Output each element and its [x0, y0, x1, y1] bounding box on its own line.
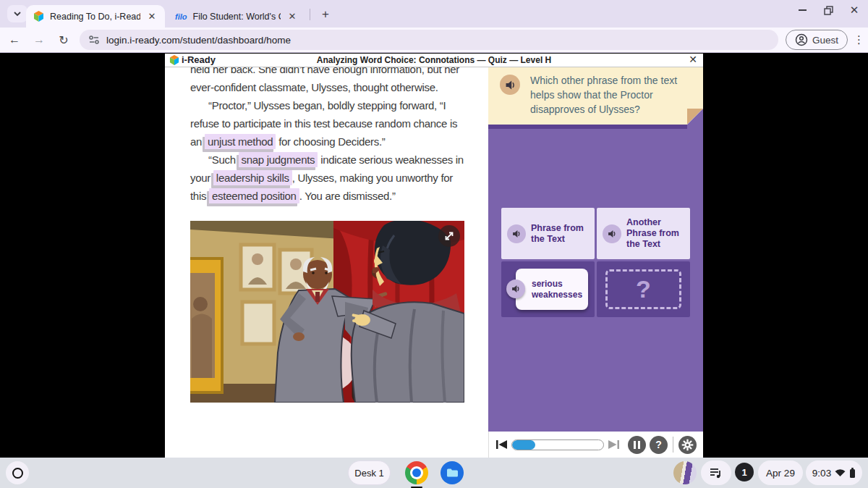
quiz-controls-bar: ? [488, 432, 703, 458]
passage-text: held her back. She didn’t have enough in… [190, 67, 480, 205]
tab-divider [310, 9, 310, 20]
quiz-body: held her back. She didn’t have enough in… [165, 67, 703, 458]
question-speaker-button[interactable] [500, 75, 520, 95]
passage-segment: for choosing Deciders.” [276, 135, 385, 148]
passage-line: an unjust method for choosing Deciders.” [190, 132, 480, 151]
expand-arrows-icon [443, 230, 455, 242]
speaker-icon [504, 79, 516, 91]
column-label: Phrase from the Text [531, 223, 590, 245]
window-controls: ✕ [796, 4, 861, 17]
skip-forward-button[interactable] [608, 439, 620, 450]
chrome-app-icon[interactable] [405, 461, 428, 484]
tab-close-icon[interactable]: ✕ [146, 11, 158, 22]
chevron-down-icon [13, 11, 22, 17]
site-settings-icon [88, 35, 100, 45]
column-header-phrase: Phrase from the Text [501, 208, 595, 259]
media-controls-button[interactable] [701, 460, 731, 485]
address-bar[interactable]: login.i-ready.com/student/dashboard/home [80, 30, 778, 50]
desk-button[interactable]: Desk 1 [348, 460, 391, 485]
passage-segment: held her back. She didn’t have enough in… [190, 67, 459, 75]
notification-counter[interactable]: 1 [735, 463, 754, 481]
highlighted-phrase[interactable]: unjust method [205, 134, 276, 149]
progress-bar[interactable] [511, 439, 604, 450]
files-app-icon[interactable] [441, 461, 464, 484]
tab-filo[interactable]: filo Filo Student: World's Only Live ✕ [168, 5, 305, 28]
restore-button[interactable] [822, 4, 835, 17]
iready-favicon-icon [33, 11, 44, 22]
close-window-button[interactable]: ✕ [848, 4, 861, 17]
guest-label: Guest [812, 35, 838, 46]
speaker-icon [511, 284, 521, 294]
pause-button[interactable] [628, 436, 646, 454]
passage-segment: your [190, 172, 213, 184]
passage-segment: ever-confident classmate, Ulysses, thoug… [190, 81, 438, 93]
settings-button[interactable] [678, 436, 697, 454]
clock: 9:03 [812, 468, 831, 479]
playlist-icon [710, 467, 723, 479]
status-tray[interactable]: 9:03 [806, 460, 862, 485]
tab-close-icon[interactable]: ✕ [286, 11, 298, 22]
date-button[interactable]: Apr 29 [758, 460, 803, 485]
highlighted-phrase[interactable]: esteemed position [209, 188, 299, 203]
passage-line: your leadership skills, Ulysses, making … [190, 169, 480, 187]
matching-grid: Phrase from the Text Another Phrase from… [501, 208, 690, 317]
answer-slot-filled: serious weaknesses [501, 261, 595, 317]
passage-pane: held her back. She didn’t have enough in… [165, 67, 488, 458]
browser-toolbar: ← → ↻ login.i-ready.com/student/dashboar… [0, 28, 868, 53]
passage-segment: refuse to participate in this test becau… [190, 117, 457, 130]
highlighted-phrase[interactable]: leadership skills [213, 170, 292, 185]
illustration-image [190, 221, 464, 403]
forward-button[interactable]: → [29, 30, 49, 50]
filo-favicon-icon: filo [175, 12, 187, 21]
page-content: i-Ready Analyzing Word Choice: Connotati… [0, 54, 868, 458]
minimize-button[interactable] [796, 4, 809, 17]
browser-menu-button[interactable]: ⋮ [854, 33, 864, 46]
passage-segment: , Ulysses, making you unworthy for [292, 172, 453, 184]
answer-card[interactable]: serious weaknesses [516, 269, 588, 310]
passage-illustration [190, 221, 464, 403]
launcher-icon [12, 468, 23, 479]
drop-target[interactable]: ? [605, 269, 681, 309]
gear-icon [681, 439, 694, 451]
passage-segment: “Such [208, 153, 239, 166]
question-panel: Which other phrase from the text helps s… [488, 67, 703, 458]
quiz-header: i-Ready Analyzing Word Choice: Connotati… [165, 54, 703, 67]
tab-search-button[interactable] [7, 5, 27, 22]
passage-segment: indicate serious weaknesses in [318, 153, 464, 166]
tab-iready[interactable]: Reading To Do, i-Ready ✕ [26, 5, 165, 28]
help-button[interactable]: ? [650, 436, 668, 454]
chromeos-shelf: Desk 1 1 Apr 29 9:03 [0, 458, 868, 488]
screen-capture-thumbnail[interactable] [673, 461, 697, 484]
reload-button[interactable]: ↻ [54, 30, 74, 50]
passage-line: refuse to participate in this test becau… [190, 114, 480, 132]
battery-icon [849, 468, 856, 479]
browser-tab-strip: Reading To Do, i-Ready ✕ filo Filo Stude… [0, 0, 868, 28]
question-text: Which other phrase from the text helps s… [530, 73, 695, 117]
new-tab-button[interactable]: + [317, 6, 334, 23]
skip-back-button[interactable] [495, 439, 508, 450]
quiz-close-button[interactable]: ✕ [689, 54, 697, 65]
launcher-button[interactable] [6, 461, 29, 484]
passage-line: “Such snap judgments indicate serious we… [190, 151, 480, 169]
card-speaker-button[interactable] [506, 279, 525, 298]
column-header-another-phrase: Another Phrase from the Text [597, 208, 690, 259]
guest-avatar-icon [795, 33, 808, 46]
back-button[interactable]: ← [4, 30, 25, 50]
expand-image-button[interactable] [438, 225, 460, 247]
column-speaker-button[interactable] [507, 224, 526, 243]
passage-segment: . You are dismissed.” [299, 190, 396, 202]
guest-profile-button[interactable]: Guest [786, 30, 848, 50]
progress-fill [512, 440, 535, 450]
folder-icon [446, 468, 459, 478]
chromebook-screen: Reading To Do, i-Ready ✕ filo Filo Stude… [0, 0, 868, 488]
highlighted-phrase[interactable]: snap judgments [239, 152, 318, 167]
tab-title: Reading To Do, i-Ready [50, 12, 140, 22]
speaker-icon [607, 229, 617, 239]
note-shadow [488, 125, 687, 129]
controls-divider [673, 437, 673, 453]
passage-line: held her back. She didn’t have enough in… [190, 67, 480, 78]
answer-slot-empty: ? [597, 261, 690, 317]
passage-segment: “Proctor,” Ulysses began, boldly steppin… [208, 99, 446, 112]
column-speaker-button[interactable] [603, 224, 621, 243]
question-note: Which other phrase from the text helps s… [488, 67, 703, 130]
